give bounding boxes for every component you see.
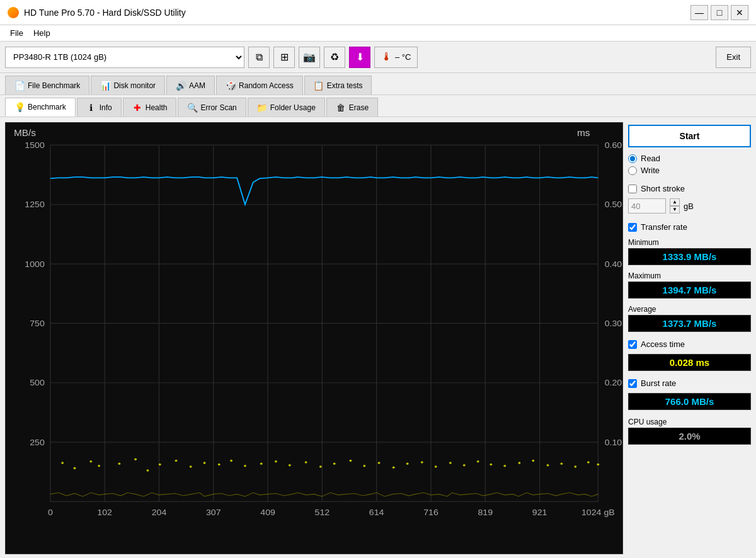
svg-text:512: 512	[315, 508, 330, 516]
error-scan-icon: 🔍	[187, 103, 197, 113]
svg-point-46	[89, 460, 92, 463]
exit-button[interactable]: Exit	[716, 47, 751, 68]
tab-disk-monitor[interactable]: 📊 Disk monitor	[91, 76, 165, 94]
tab-folder-usage-label: Folder Usage	[270, 103, 316, 112]
svg-point-69	[421, 461, 423, 464]
svg-point-74	[490, 464, 492, 466]
file-benchmark-icon: 📄	[14, 81, 25, 91]
tab-extra-tests[interactable]: 📋 Extra tests	[304, 76, 372, 94]
tab-aam-label: AAM	[189, 81, 205, 90]
svg-text:204: 204	[152, 508, 167, 516]
toolbar: PP3480-R 1TB (1024 gB) ⧉ ⊞ 📷 ♻ ⬇ 🌡 – °C …	[0, 42, 756, 73]
read-write-group: Read Write	[628, 151, 751, 178]
svg-text:1000: 1000	[25, 259, 45, 268]
svg-point-61	[305, 461, 307, 464]
short-stroke-checkbox-item[interactable]: Short stroke	[628, 184, 751, 193]
svg-point-45	[74, 467, 76, 470]
svg-text:0.10: 0.10	[605, 438, 622, 447]
read-radio[interactable]	[628, 154, 637, 163]
svg-point-81	[587, 461, 590, 464]
top-tab-row: 📄 File Benchmark 📊 Disk monitor 🔊 AAM 🎲 …	[0, 73, 756, 95]
svg-point-65	[363, 465, 365, 467]
maximum-group: Maximum 1394.7 MB/s	[628, 271, 751, 299]
start-button[interactable]: Start	[628, 125, 751, 147]
svg-point-58	[260, 463, 263, 465]
main-content: 1500 1250 1000 750 500 250 0.60 0.50 0.4…	[0, 117, 756, 558]
svg-point-68	[406, 463, 409, 465]
tab-file-benchmark[interactable]: 📄 File Benchmark	[5, 76, 89, 94]
svg-text:MB/s: MB/s	[14, 128, 36, 138]
tab-folder-usage[interactable]: 📁 Folder Usage	[248, 98, 325, 117]
svg-point-77	[532, 460, 534, 462]
tab-aam[interactable]: 🔊 AAM	[166, 76, 215, 94]
svg-point-72	[463, 464, 466, 467]
svg-point-70	[435, 465, 437, 468]
svg-point-57	[244, 465, 246, 467]
access-time-value: 0.028 ms	[628, 354, 751, 371]
refresh-btn[interactable]: ♻	[324, 47, 345, 68]
temperature-value: – °C	[395, 52, 411, 62]
spinner-up[interactable]: ▲	[670, 198, 680, 206]
access-time-checkbox[interactable]	[628, 340, 637, 349]
burst-rate-checkbox-item[interactable]: Burst rate	[628, 379, 751, 388]
help-menu[interactable]: Help	[28, 27, 55, 39]
tab-health[interactable]: ✚ Health	[123, 98, 177, 117]
svg-text:750: 750	[30, 319, 45, 328]
burst-rate-label: Burst rate	[641, 379, 676, 388]
average-value: 1373.7 MB/s	[628, 315, 751, 332]
access-time-checkbox-item[interactable]: Access time	[628, 339, 751, 349]
short-stroke-checkbox[interactable]	[628, 185, 637, 193]
svg-point-50	[146, 469, 149, 472]
copy-btn-2[interactable]: ⊞	[273, 47, 295, 68]
thermometer-icon: 🌡	[381, 50, 392, 64]
svg-text:409: 409	[260, 508, 275, 516]
svg-point-54	[203, 462, 206, 464]
maximize-button[interactable]: □	[711, 5, 728, 20]
tab-extra-tests-label: Extra tests	[327, 81, 363, 90]
menu-bar: File Help	[0, 25, 756, 42]
cpu-usage-group: CPU usage 2.0%	[628, 418, 751, 445]
read-label: Read	[641, 154, 660, 163]
tab-benchmark[interactable]: 💡 Benchmark	[5, 98, 76, 117]
burst-rate-checkbox[interactable]	[628, 379, 637, 388]
spinner-down[interactable]: ▼	[670, 206, 680, 214]
svg-point-80	[574, 465, 576, 468]
transfer-rate-checkbox[interactable]	[628, 223, 637, 232]
copy-btn-1[interactable]: ⧉	[248, 47, 270, 68]
svg-rect-0	[6, 123, 622, 554]
tab-info[interactable]: ℹ Info	[77, 98, 122, 117]
minimize-button[interactable]: —	[690, 5, 708, 20]
file-menu[interactable]: File	[5, 27, 28, 39]
svg-text:1024 gB: 1024 gB	[581, 508, 615, 516]
write-option[interactable]: Write	[628, 166, 751, 175]
svg-text:1250: 1250	[25, 200, 45, 209]
tab-erase[interactable]: 🗑 Erase	[326, 98, 378, 117]
chart-container: 1500 1250 1000 750 500 250 0.60 0.50 0.4…	[5, 122, 623, 554]
download-btn[interactable]: ⬇	[349, 47, 370, 68]
screenshot-btn[interactable]: 📷	[299, 47, 320, 68]
close-button[interactable]: ✕	[731, 5, 748, 20]
short-stroke-value[interactable]	[628, 198, 666, 214]
transfer-rate-checkbox-item[interactable]: Transfer rate	[628, 222, 751, 232]
svg-point-66	[378, 462, 381, 464]
svg-text:0: 0	[48, 508, 53, 516]
tab-file-benchmark-label: File Benchmark	[28, 81, 80, 90]
read-option[interactable]: Read	[628, 154, 751, 163]
tab-random-access[interactable]: 🎲 Random Access	[216, 76, 303, 94]
tab-error-scan-label: Error Scan	[200, 103, 236, 112]
svg-text:102: 102	[97, 508, 112, 516]
device-selector[interactable]: PP3480-R 1TB (1024 gB)	[5, 47, 244, 68]
tab-error-scan[interactable]: 🔍 Error Scan	[178, 98, 246, 117]
right-panel: Start Read Write Short stroke ▲ ▼ gB	[628, 122, 751, 554]
benchmark-chart: 1500 1250 1000 750 500 250 0.60 0.50 0.4…	[6, 123, 622, 554]
health-icon: ✚	[132, 103, 142, 113]
write-radio[interactable]	[628, 166, 637, 175]
average-group: Average 1373.7 MB/s	[628, 305, 751, 332]
svg-text:307: 307	[206, 508, 221, 516]
average-label: Average	[628, 305, 751, 314]
svg-text:921: 921	[532, 508, 547, 516]
tab-erase-label: Erase	[349, 103, 369, 112]
cpu-usage-value: 2.0%	[628, 428, 751, 445]
title-bar-left: HD Tune Pro 5.70 - Hard Disk/SSD Utility	[8, 7, 186, 18]
maximum-value: 1394.7 MB/s	[628, 282, 751, 299]
